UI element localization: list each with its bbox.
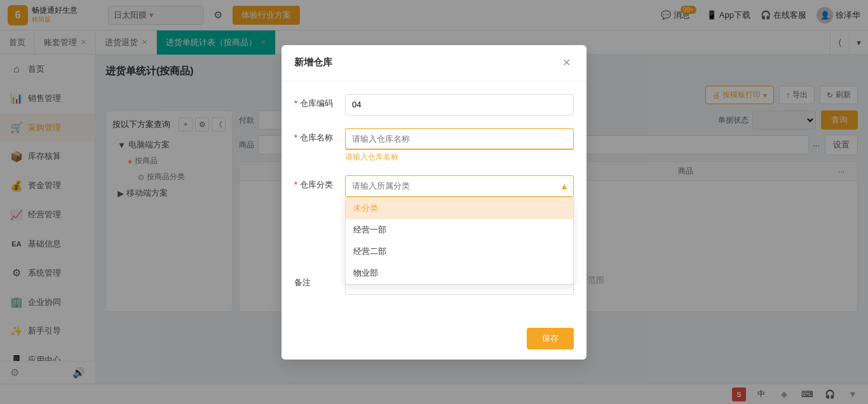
form-category-row: * 仓库分类 ▲ 未分类 经营一部 (294, 175, 574, 197)
warehouse-code-input[interactable] (345, 94, 574, 116)
warehouse-category-input[interactable] (345, 175, 574, 197)
modal-overlay[interactable]: 新增仓库 ✕ * 仓库编码 * 仓库名称 (0, 0, 868, 404)
dept1-label: 经营一部 (353, 225, 386, 234)
add-warehouse-modal: 新增仓库 ✕ * 仓库编码 * 仓库名称 (281, 45, 587, 360)
modal-footer: 保存 (281, 320, 587, 360)
name-required-star: * (294, 133, 297, 142)
warehouse-name-input[interactable] (345, 128, 574, 150)
chevron-up-icon[interactable]: ▲ (560, 181, 569, 191)
save-button[interactable]: 保存 (527, 328, 574, 349)
name-control: 请输入仓库名称 (345, 128, 574, 163)
name-label: * 仓库名称 (294, 128, 345, 144)
category-required-star: * (294, 180, 297, 189)
modal-title: 新增仓库 (294, 57, 332, 69)
code-control (345, 94, 574, 116)
property-label: 物业部 (353, 268, 378, 278)
uncategorized-label: 未分类 (353, 203, 378, 213)
code-required-star: * (294, 98, 297, 108)
dropdown-item-uncategorized[interactable]: 未分类 (346, 198, 573, 219)
dept2-label: 经营二部 (353, 246, 386, 256)
dropdown-item-dept1[interactable]: 经营一部 (346, 219, 573, 241)
code-label: * 仓库编码 (294, 94, 345, 109)
name-error-message: 请输入仓库名称 (345, 152, 574, 163)
category-input-wrapper: ▲ (345, 175, 574, 197)
modal-header: 新增仓库 ✕ (281, 45, 587, 81)
form-name-row: * 仓库名称 请输入仓库名称 (294, 128, 574, 163)
dropdown-item-dept2[interactable]: 经营二部 (346, 241, 573, 262)
dropdown-item-property[interactable]: 物业部 (346, 262, 573, 284)
category-dropdown: 未分类 经营一部 经营二部 物业部 (345, 197, 574, 285)
category-label: * 仓库分类 (294, 175, 345, 191)
form-code-row: * 仓库编码 (294, 94, 574, 116)
modal-body: * 仓库编码 * 仓库名称 请输入仓库名称 (281, 81, 587, 320)
category-control: ▲ 未分类 经营一部 经营二部 物业部 (345, 175, 574, 197)
remark-label: 备注 (294, 273, 345, 288)
modal-close-button[interactable]: ✕ (559, 55, 574, 71)
